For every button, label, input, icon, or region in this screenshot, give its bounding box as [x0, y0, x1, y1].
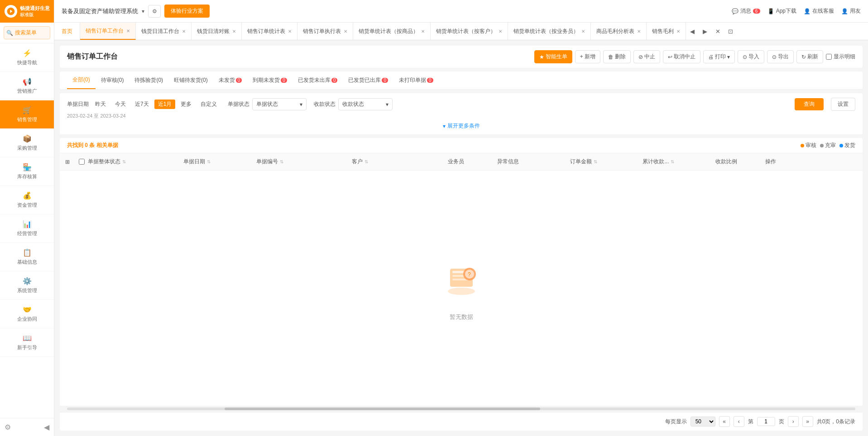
- system-dropdown[interactable]: ▾: [142, 8, 144, 14]
- page-first-btn[interactable]: «: [719, 416, 730, 427]
- topbar-settings-button[interactable]: ⚙: [148, 5, 161, 18]
- app-download-button[interactable]: 📱 App下载: [767, 7, 796, 15]
- tab-close-all[interactable]: ✕: [711, 23, 724, 40]
- tab-close-sales-stat[interactable]: ✕: [288, 29, 292, 34]
- tab-cash-reconcile[interactable]: 钱货日清对账 ✕: [192, 23, 242, 40]
- page-size-select[interactable]: 50 20 100: [691, 417, 715, 427]
- scrollbar-thumb[interactable]: [225, 408, 540, 410]
- query-button[interactable]: 查询: [795, 98, 824, 110]
- sidebar-item-purchase[interactable]: 📦 采购管理: [0, 129, 54, 157]
- payment-status-select[interactable]: 收款状态 ▾: [338, 98, 393, 110]
- sidebar-settings-icon[interactable]: ⚙: [5, 423, 11, 431]
- sub-tab-wangpu-ship[interactable]: 旺铺待发货(0): [168, 72, 213, 89]
- th-checkbox[interactable]: [77, 155, 86, 168]
- sidebar-item-inventory[interactable]: 🏪 库存核算: [0, 157, 54, 186]
- date-option-more[interactable]: 更多: [177, 100, 195, 109]
- expand-filter-button[interactable]: ▾ 展开更多条件: [443, 122, 480, 130]
- tab-close-goods-margin[interactable]: ✕: [637, 29, 641, 34]
- select-all-checkbox[interactable]: [79, 159, 85, 165]
- th-amount[interactable]: 订单金额 ⇅: [568, 154, 641, 169]
- sub-tab-pending-review[interactable]: 待审核(0): [96, 72, 129, 89]
- horizontal-scrollbar[interactable]: [60, 406, 863, 412]
- sub-tab-shipped-not-out[interactable]: 已发货未出库0: [293, 72, 343, 89]
- user-menu-button[interactable]: 👤 用友: [841, 7, 861, 15]
- show-detail-checkbox-label[interactable]: 显示明细: [826, 53, 855, 61]
- page-prev-btn[interactable]: ‹: [734, 416, 744, 427]
- smart-create-button[interactable]: ★ 智能生单: [534, 50, 572, 63]
- sub-tab-all[interactable]: 全部(0): [67, 71, 96, 89]
- tab-sales-exec[interactable]: 销售订单执行表 ✕: [297, 23, 353, 40]
- delete-button[interactable]: 🗑 删除: [603, 50, 631, 63]
- sidebar-item-operation[interactable]: 📊 经营管理: [0, 214, 54, 243]
- tab-sales-gross[interactable]: 销售毛利 ✕: [647, 23, 686, 40]
- page-input[interactable]: [757, 417, 775, 426]
- tab-close-sales-workbench[interactable]: ✕: [126, 28, 130, 33]
- ship-action[interactable]: 发货: [839, 142, 855, 149]
- date-option-7days[interactable]: 近7天: [131, 100, 153, 109]
- sidebar-item-marketing[interactable]: 📢 营销推广: [0, 72, 54, 100]
- sidebar-item-system[interactable]: ⚙️ 系统管理: [0, 271, 54, 300]
- th-bill-no[interactable]: 单据编号 ⇅: [254, 154, 350, 169]
- inventory-icon: 🏪: [23, 163, 32, 171]
- experience-industry-button[interactable]: 体验行业方案: [164, 5, 210, 18]
- th-bill-date[interactable]: 单据日期 ⇅: [182, 154, 254, 169]
- show-detail-checkbox[interactable]: [826, 54, 832, 60]
- tab-goods-stat-product[interactable]: 销货单统计表（按商品） ✕: [353, 23, 431, 40]
- tab-sales-workbench[interactable]: 销售订单工作台 ✕: [80, 23, 136, 40]
- tab-close-cash-daily[interactable]: ✕: [182, 29, 186, 34]
- print-button[interactable]: 🖨 打印 ▾: [703, 50, 735, 63]
- review-action[interactable]: 审核: [801, 142, 816, 149]
- tab-close-sales-exec[interactable]: ✕: [344, 29, 347, 34]
- refresh-button[interactable]: ↻ 刷新: [796, 50, 823, 63]
- unreview-action[interactable]: 充审: [820, 142, 836, 149]
- th-bill-status[interactable]: 单据整体状态 ⇅: [86, 154, 182, 169]
- tab-nav-prev[interactable]: ◀: [686, 23, 699, 40]
- sidebar-collapse-icon[interactable]: ◀: [44, 423, 49, 431]
- stop-button[interactable]: ⊘ 中止: [633, 50, 660, 63]
- date-option-custom[interactable]: 自定义: [197, 100, 221, 109]
- sub-tab-not-printed[interactable]: 未打印单据0: [393, 72, 439, 89]
- add-button[interactable]: + 新增: [575, 50, 600, 63]
- page-next-btn[interactable]: ›: [788, 416, 799, 427]
- th-customer[interactable]: 客户 ⇅: [350, 154, 446, 169]
- tab-cash-daily[interactable]: 钱货日清工作台 ✕: [136, 23, 192, 40]
- sidebar-item-guide[interactable]: 📖 新手引导: [0, 328, 54, 357]
- tab-home[interactable]: 首页: [54, 23, 80, 40]
- sub-tab-shipped-out[interactable]: 已发货已出库0: [343, 72, 393, 89]
- page-last-btn[interactable]: »: [802, 416, 813, 427]
- tab-close-sales-gross[interactable]: ✕: [676, 29, 680, 34]
- tab-goods-margin[interactable]: 商品毛利分析表 ✕: [591, 23, 647, 40]
- page-actions: ★ 智能生单 + 新增 🗑 删除 ⊘ 中止 ↩ 取消中止: [534, 50, 855, 63]
- online-service-button[interactable]: 👤 在线客服: [804, 7, 834, 15]
- date-option-yesterday[interactable]: 昨天: [91, 100, 110, 109]
- date-option-today[interactable]: 今天: [111, 100, 129, 109]
- tab-nav-next[interactable]: ▶: [699, 23, 711, 40]
- date-option-1month[interactable]: 近1月: [154, 100, 176, 109]
- sub-tab-not-shipped[interactable]: 未发货0: [213, 72, 248, 89]
- tab-close-goods-stat-product[interactable]: ✕: [421, 29, 425, 34]
- sidebar-item-finance[interactable]: 💰 资金管理: [0, 186, 54, 214]
- tab-goods-stat-customer[interactable]: 销货单统计表（按客户） ✕: [431, 23, 508, 40]
- sub-tab-pending-check[interactable]: 待拣验货(0): [129, 72, 168, 89]
- import-button[interactable]: ⊙ 导入: [738, 50, 764, 63]
- bill-status-select[interactable]: 单据状态 ▾: [252, 98, 307, 110]
- logo-text: 畅捷通好生意 标准版: [20, 5, 50, 17]
- message-button[interactable]: 💬 消息 6: [732, 7, 760, 15]
- th-received[interactable]: 累计收款... ⇅: [641, 154, 714, 169]
- sub-tab-overdue-ship[interactable]: 到期未发货0: [247, 72, 293, 89]
- tab-close-goods-stat-customer[interactable]: ✕: [499, 29, 502, 34]
- tab-close-goods-stat-staff[interactable]: ✕: [581, 29, 585, 34]
- operation-icon: 📊: [23, 220, 32, 228]
- sidebar-item-enterprise[interactable]: 🤝 企业协同: [0, 300, 54, 328]
- sidebar-item-quick-nav[interactable]: ⚡ 快捷导航: [0, 43, 54, 72]
- tab-goods-stat-staff[interactable]: 销货单统计表（按业务员） ✕: [508, 23, 591, 40]
- tab-close-cash-reconcile[interactable]: ✕: [232, 29, 236, 34]
- set-button[interactable]: 设置: [831, 98, 855, 111]
- sidebar-item-sales[interactable]: 🛒 销售管理: [0, 100, 54, 129]
- export-button[interactable]: ⊙ 导出: [767, 50, 794, 63]
- search-menu-button[interactable]: 🔍 搜索菜单: [4, 26, 50, 39]
- tab-expand[interactable]: ⊡: [724, 23, 737, 40]
- cancel-stop-button[interactable]: ↩ 取消中止: [663, 50, 700, 63]
- tab-sales-stat[interactable]: 销售订单统计表 ✕: [242, 23, 297, 40]
- sidebar-item-basic[interactable]: 📋 基础信息: [0, 243, 54, 271]
